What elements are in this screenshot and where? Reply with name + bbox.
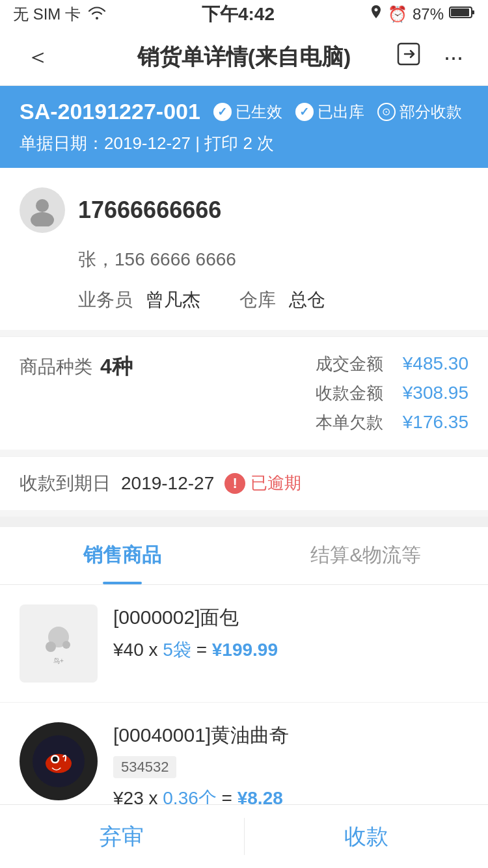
product-list: 鸟+ [0000002]面包 ¥40 x 5袋 = ¥199.99 [00040… xyxy=(0,585,488,831)
product-info-1: [0000002]面包 ¥40 x 5袋 = ¥199.99 xyxy=(113,604,468,662)
order-banner-top: SA-20191227-001 ✓ 已生效 ✓ 已出库 ⊙ 部分收款 xyxy=(20,99,468,124)
svg-rect-2 xyxy=(472,10,474,14)
carrier-label: 无 SIM 卡 xyxy=(13,4,81,25)
product-tag-2: 534532 xyxy=(113,756,176,778)
tabs: 销售商品 结算&物流等 xyxy=(0,527,488,585)
overdue-icon: ! xyxy=(224,473,245,494)
more-icon[interactable]: ··· xyxy=(439,38,468,76)
svg-text:鸟+: 鸟+ xyxy=(53,657,64,664)
customer-id: 17666666666 xyxy=(78,197,221,223)
product-thumb-1: 鸟+ xyxy=(20,604,98,683)
location-icon xyxy=(370,5,383,23)
product-thumb-2 xyxy=(20,722,98,800)
warehouse-value: 总仓 xyxy=(289,284,325,316)
page-title: 销货单详情(来自电脑) xyxy=(137,42,351,72)
tab-settlement[interactable]: 结算&物流等 xyxy=(244,527,488,584)
svg-point-7 xyxy=(46,642,56,652)
clock-icon: ⊙ xyxy=(377,103,396,121)
customer-meta-row: 业务员 曾凡杰 仓库 总仓 xyxy=(78,284,468,316)
amount-label: 成交金额 xyxy=(316,353,383,375)
stats-right: 成交金额 ¥485.30 收款金额 ¥308.95 本单欠款 ¥176.35 xyxy=(316,353,468,434)
due-label: 收款到期日 xyxy=(20,471,111,496)
customer-name-phone: 张，156 6666 6666 xyxy=(78,243,236,276)
confirm-button[interactable]: 收款 xyxy=(245,805,489,868)
avatar xyxy=(20,187,65,233)
order-meta: 单据日期：2019-12-27 | 打印 2 次 xyxy=(20,132,468,155)
due-section: 收款到期日 2019-12-27 ! 已逾期 xyxy=(0,457,488,510)
wifi-icon xyxy=(87,5,107,23)
check-icon-1: ✓ xyxy=(213,103,232,121)
status-shipped: ✓ 已出库 xyxy=(295,102,364,122)
amount-row: 成交金额 ¥485.30 xyxy=(316,353,468,375)
svg-point-5 xyxy=(31,212,54,226)
tab-products[interactable]: 销售商品 xyxy=(0,527,244,584)
agent-value: 曾凡杰 xyxy=(146,284,200,316)
overdue-badge: ! 已逾期 xyxy=(224,472,301,495)
owed-row: 本单欠款 ¥176.35 xyxy=(316,411,468,434)
warehouse-label: 仓库 xyxy=(239,284,276,316)
stats-left: 商品种类 4种 xyxy=(20,353,133,381)
received-label: 收款金额 xyxy=(316,382,383,405)
share-icon[interactable] xyxy=(392,37,426,77)
status-partial: ⊙ 部分收款 xyxy=(377,102,462,122)
current-time: 下午4:42 xyxy=(202,2,275,27)
battery-label: 87% xyxy=(413,5,444,23)
overdue-text: 已逾期 xyxy=(251,472,301,495)
bottom-bar: 弃审 收款 xyxy=(0,804,488,868)
product-info-2: [00040001]黄油曲奇 534532 ¥23 x 0.36个 = ¥8.2… xyxy=(113,722,468,811)
product-item[interactable]: 鸟+ [0000002]面包 ¥40 x 5袋 = ¥199.99 xyxy=(0,585,488,703)
status-bar-right: ⏰ 87% xyxy=(370,5,475,23)
customer-details: 张，156 6666 6666 业务员 曾凡杰 仓库 总仓 xyxy=(20,243,468,317)
type-count: 4种 xyxy=(100,353,133,381)
type-label: 商品种类 xyxy=(20,355,92,379)
product-name-2: [00040001]黄油曲奇 xyxy=(113,722,468,749)
svg-point-13 xyxy=(53,756,58,761)
alarm-icon: ⏰ xyxy=(388,5,407,23)
nav-bar: ＜ 销货单详情(来自电脑) ··· xyxy=(0,29,488,86)
owed-value: ¥176.35 xyxy=(403,412,468,433)
due-date: 2019-12-27 xyxy=(121,473,214,494)
product-name-1: [0000002]面包 xyxy=(113,604,468,631)
received-row: 收款金额 ¥308.95 xyxy=(316,382,468,405)
check-icon-2: ✓ xyxy=(295,103,314,121)
product-price-1: ¥40 x 5袋 = ¥199.99 xyxy=(113,638,468,662)
status-effected: ✓ 已生效 xyxy=(213,102,282,122)
svg-point-4 xyxy=(36,199,49,212)
received-value: ¥308.95 xyxy=(403,383,468,403)
order-id: SA-20191227-001 xyxy=(20,99,200,124)
back-button[interactable]: ＜ xyxy=(20,34,56,79)
customer-section: 17666666666 张，156 6666 6666 业务员 曾凡杰 仓库 总… xyxy=(0,168,488,330)
status-bar-left: 无 SIM 卡 xyxy=(13,4,107,25)
section-divider xyxy=(0,517,488,527)
svg-point-8 xyxy=(62,641,70,649)
amount-value: ¥485.30 xyxy=(403,353,468,374)
status-bar: 无 SIM 卡 下午4:42 ⏰ 87% xyxy=(0,0,488,29)
tab-indicator xyxy=(103,582,142,584)
battery-icon xyxy=(449,5,475,23)
order-banner: SA-20191227-001 ✓ 已生效 ✓ 已出库 ⊙ 部分收款 单据日期：… xyxy=(0,86,488,168)
svg-rect-1 xyxy=(451,8,469,16)
owed-label: 本单欠款 xyxy=(316,411,383,434)
agent-label: 业务员 xyxy=(78,284,133,316)
type-count-row: 商品种类 4种 xyxy=(20,353,133,381)
customer-row: 17666666666 xyxy=(20,187,468,233)
customer-phone-row: 张，156 6666 6666 xyxy=(78,243,468,276)
cancel-button[interactable]: 弃审 xyxy=(0,805,244,868)
nav-actions: ··· xyxy=(392,37,468,77)
stats-section: 商品种类 4种 成交金额 ¥485.30 收款金额 ¥308.95 本单欠款 ¥… xyxy=(0,337,488,450)
